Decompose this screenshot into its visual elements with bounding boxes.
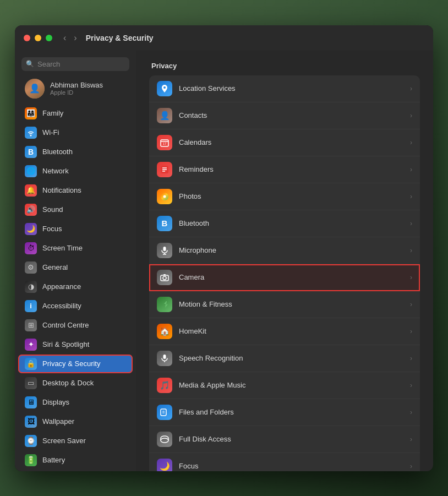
- sidebar-item-screensaver[interactable]: ⌚ Screen Saver: [18, 432, 133, 450]
- sidebar-item-family[interactable]: 👨‍👩‍👧 Family: [18, 104, 133, 123]
- sidebar-item-controlcentre[interactable]: ⊞ Control Centre: [18, 316, 133, 335]
- row-reminders[interactable]: Reminders ›: [149, 156, 420, 183]
- system-preferences-window: ‹ › Privacy & Security 🔍 👤 Abhiman Biswa…: [15, 25, 433, 471]
- sidebar-label-wallpaper: Wallpaper: [42, 417, 74, 426]
- row-label-camera: Camera: [179, 273, 410, 281]
- sidebar-item-notifications[interactable]: 🔔 Notifications: [18, 181, 133, 200]
- sidebar-item-lockscreen[interactable]: 🔒 Lock Screen: [18, 470, 133, 471]
- chevron-contacts: ›: [410, 112, 412, 119]
- user-subtitle: Apple ID: [50, 89, 103, 96]
- row-label-media: Media & Apple Music: [179, 381, 410, 389]
- sidebar-item-privacy[interactable]: 🔒 Privacy & Security: [18, 355, 133, 373]
- sidebar-item-battery[interactable]: 🔋 Battery: [18, 451, 133, 470]
- chevron-bluetooth: ›: [410, 220, 412, 227]
- forward-button[interactable]: ›: [72, 32, 79, 44]
- chevron-homekit: ›: [410, 328, 412, 335]
- sidebar-item-desktop[interactable]: ▭ Desktop & Dock: [18, 374, 133, 393]
- row-location[interactable]: Location Services ›: [149, 75, 420, 102]
- sidebar-item-screentime[interactable]: ⏱ Screen Time: [18, 239, 133, 258]
- bluetooth-icon: B: [25, 146, 37, 158]
- chevron-files: ›: [410, 408, 412, 416]
- minimize-button[interactable]: [35, 35, 41, 41]
- sidebar-label-appearance: Appearance: [42, 282, 81, 291]
- user-profile-item[interactable]: 👤 Abhiman Biswas Apple ID: [18, 75, 133, 102]
- sidebar-label-accessibility: Accessibility: [42, 302, 81, 310]
- svg-rect-16: [161, 409, 166, 416]
- screentime-icon: ⏱: [25, 242, 37, 254]
- row-label-homekit: HomeKit: [179, 327, 410, 335]
- appearance-icon: ◑: [25, 281, 37, 293]
- chevron-microphone: ›: [410, 247, 412, 254]
- row-speech[interactable]: Speech Recognition ›: [149, 345, 420, 372]
- chevron-reminders: ›: [410, 166, 412, 173]
- navigation-arrows: ‹ ›: [61, 32, 79, 44]
- sidebar-item-displays[interactable]: 🖥 Displays: [18, 393, 133, 412]
- sidebar-label-wifi: Wi-Fi: [42, 128, 59, 137]
- sidebar-label-screensaver: Screen Saver: [42, 437, 86, 445]
- desktop-icon: ▭: [25, 377, 37, 389]
- row-media[interactable]: 🎵 Media & Apple Music ›: [149, 372, 420, 399]
- family-icon: 👨‍👩‍👧: [25, 107, 37, 119]
- svg-rect-14: [163, 355, 166, 359]
- back-button[interactable]: ‹: [61, 32, 68, 44]
- row-contacts[interactable]: 👤 Contacts ›: [149, 102, 420, 129]
- sidebar-item-general[interactable]: ⚙ General: [18, 258, 133, 277]
- chevron-fulldisk: ›: [410, 435, 412, 443]
- svg-point-13: [163, 276, 166, 280]
- row-bluetooth-icon: B: [157, 216, 172, 231]
- row-camera[interactable]: Camera ›: [149, 264, 420, 291]
- row-label-motion: Motion & Fitness: [179, 300, 410, 308]
- sidebar-label-notifications: Notifications: [42, 186, 81, 194]
- sidebar-item-wifi[interactable]: Wi-Fi: [18, 123, 133, 142]
- row-label-fulldisk: Full Disk Access: [179, 435, 410, 443]
- row-calendars[interactable]: 17 Calendars ›: [149, 129, 420, 156]
- sidebar-label-general: General: [42, 263, 68, 271]
- traffic-lights: [24, 35, 52, 41]
- row-focus-icon: 🌙: [157, 459, 172, 471]
- sidebar-item-sound[interactable]: 🔊 Sound: [18, 200, 133, 219]
- wifi-icon: [25, 127, 37, 139]
- search-input[interactable]: [37, 60, 125, 68]
- sidebar-item-wallpaper[interactable]: 🖼 Wallpaper: [18, 412, 133, 431]
- sidebar-item-focus[interactable]: 🌙 Focus: [18, 220, 133, 238]
- sidebar-item-accessibility[interactable]: i Accessibility: [18, 297, 133, 315]
- search-bar[interactable]: 🔍: [21, 57, 129, 71]
- camera-icon: [157, 270, 172, 285]
- speech-icon: [157, 351, 172, 366]
- row-files[interactable]: Files and Folders ›: [149, 399, 420, 426]
- settings-list: Location Services › 👤 Contacts › 17 Cale…: [149, 75, 420, 471]
- row-photos[interactable]: Photos ›: [149, 183, 420, 210]
- files-icon: [157, 405, 172, 420]
- section-title: Privacy: [149, 62, 420, 70]
- row-microphone[interactable]: Microphone ›: [149, 237, 420, 264]
- sidebar-item-siri[interactable]: ✦ Siri & Spotlight: [18, 335, 133, 354]
- media-icon: 🎵: [157, 378, 172, 393]
- sidebar-label-desktop: Desktop & Dock: [42, 379, 94, 387]
- chevron-camera: ›: [410, 274, 412, 281]
- chevron-calendars: ›: [410, 139, 412, 146]
- chevron-motion: ›: [410, 301, 412, 308]
- sidebar-item-appearance[interactable]: ◑ Appearance: [18, 277, 133, 296]
- row-homekit[interactable]: 🏠 HomeKit ›: [149, 318, 420, 345]
- row-bluetooth[interactable]: B Bluetooth ›: [149, 210, 420, 237]
- window-title: Privacy & Security: [86, 34, 154, 42]
- row-fulldisk[interactable]: Full Disk Access ›: [149, 426, 420, 453]
- microphone-icon: [157, 243, 172, 258]
- battery-icon: 🔋: [25, 454, 37, 466]
- svg-rect-9: [163, 247, 166, 251]
- row-motion[interactable]: Motion & Fitness ›: [149, 291, 420, 318]
- avatar-image: 👤: [25, 79, 45, 99]
- sidebar-item-bluetooth[interactable]: B Bluetooth: [18, 143, 133, 161]
- sidebar-label-privacy: Privacy & Security: [42, 359, 100, 368]
- row-focus[interactable]: 🌙 Focus ›: [149, 453, 420, 471]
- sidebar-label-battery: Battery: [42, 456, 65, 464]
- sidebar-item-network[interactable]: 🌐 Network: [18, 162, 133, 181]
- close-button[interactable]: [24, 35, 30, 41]
- network-icon: 🌐: [25, 165, 37, 177]
- maximize-button[interactable]: [46, 35, 52, 41]
- chevron-focus: ›: [410, 462, 412, 470]
- calendars-icon: 17: [157, 135, 172, 150]
- row-label-photos: Photos: [179, 192, 410, 200]
- controlcentre-icon: ⊞: [25, 319, 37, 331]
- main-panel: Privacy Location Services › 👤 Contacts ›: [136, 51, 433, 471]
